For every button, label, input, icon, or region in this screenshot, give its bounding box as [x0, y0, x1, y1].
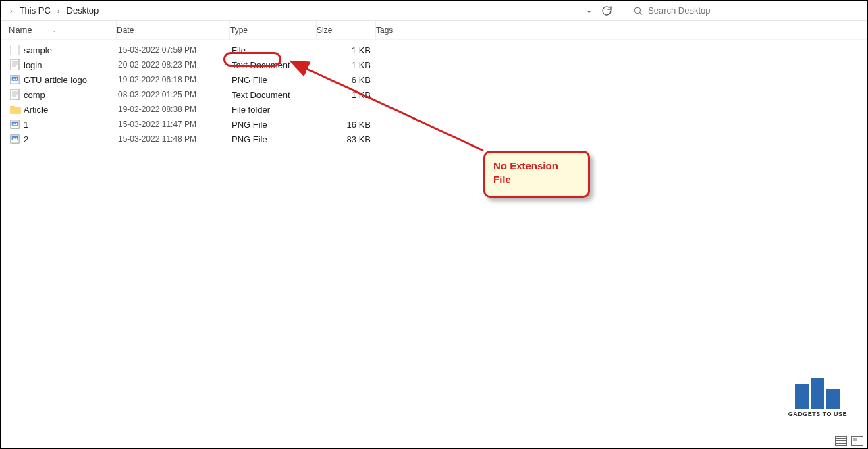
search-wrap — [622, 3, 865, 19]
breadcrumb[interactable]: › This PC › Desktop — [3, 4, 586, 17]
search-input[interactable] — [648, 5, 837, 16]
file-type: File — [232, 45, 318, 55]
address-bar-right: ⌄ — [586, 5, 622, 16]
file-type: File folder — [232, 105, 318, 115]
chevron-down-icon: ⌄ — [51, 27, 57, 34]
svg-rect-2 — [11, 45, 19, 55]
column-name-label: Name — [9, 25, 32, 35]
logo-blocks-icon — [788, 378, 847, 409]
svg-rect-3 — [11, 59, 19, 70]
file-name: 1 — [24, 120, 118, 130]
chevron-right-icon: › — [6, 7, 17, 15]
view-mode-toggle — [835, 436, 863, 446]
file-name: sample — [24, 45, 118, 55]
search-icon — [633, 6, 643, 16]
file-icon — [10, 45, 20, 55]
svg-line-1 — [640, 12, 642, 14]
file-size: 1 KB — [318, 90, 377, 100]
file-list: sample15-03-2022 07:59 PMFile1 KBlogin20… — [1, 40, 867, 147]
text-file-icon — [10, 59, 20, 70]
column-date[interactable]: Date — [117, 21, 230, 39]
view-thumbnails-icon[interactable] — [851, 436, 863, 446]
file-name: Article — [24, 105, 118, 115]
chevron-down-icon[interactable]: ⌄ — [586, 6, 592, 15]
image-file-icon — [10, 119, 20, 130]
folder-icon — [10, 105, 21, 114]
file-type: PNG File — [232, 120, 318, 130]
file-name: GTU article logo — [24, 75, 118, 85]
refresh-icon[interactable] — [601, 5, 612, 16]
file-type: PNG File — [232, 75, 318, 85]
list-item[interactable]: sample15-03-2022 07:59 PMFile1 KB — [1, 43, 867, 57]
column-tags[interactable]: Tags — [376, 21, 435, 39]
file-type: Text Document — [232, 60, 318, 70]
column-header-row: Name ⌄ Date Type Size Tags — [1, 21, 867, 40]
annotation-callout: No Extension File — [483, 151, 590, 198]
file-date: 08-03-2022 01:25 PM — [118, 90, 232, 99]
file-date: 19-02-2022 06:18 PM — [118, 75, 232, 84]
text-file-icon — [10, 89, 20, 100]
view-details-icon[interactable] — [835, 436, 847, 446]
list-item[interactable]: login20-02-2022 08:23 PMText Document1 K… — [1, 57, 867, 72]
file-size: 1 KB — [318, 60, 377, 70]
callout-line2: File — [493, 173, 580, 186]
column-name[interactable]: Name ⌄ — [9, 21, 117, 39]
list-item[interactable]: Article19-02-2022 08:38 PMFile folder — [1, 102, 867, 117]
file-name: login — [24, 60, 118, 70]
list-item[interactable]: comp08-03-2022 01:25 PMText Document1 KB — [1, 87, 867, 102]
callout-line1: No Extension — [493, 159, 580, 173]
list-item[interactable]: GTU article logo19-02-2022 06:18 PMPNG F… — [1, 72, 867, 87]
file-name: 2 — [24, 134, 118, 144]
file-size: 6 KB — [318, 75, 377, 85]
chevron-right-icon: › — [53, 7, 64, 15]
list-item[interactable]: 115-03-2022 11:47 PMPNG File16 KB — [1, 117, 867, 132]
gadgets-to-use-logo: GADGETS TO USE — [788, 378, 847, 417]
file-type: PNG File — [232, 134, 318, 144]
file-name: comp — [24, 90, 118, 100]
file-date: 15-03-2022 11:48 PM — [118, 134, 232, 144]
file-date: 20-02-2022 08:23 PM — [118, 60, 232, 70]
file-size: 16 KB — [318, 120, 377, 130]
breadcrumb-desktop[interactable]: Desktop — [64, 4, 102, 17]
svg-point-0 — [634, 7, 640, 13]
column-type[interactable]: Type — [230, 21, 317, 39]
file-date: 19-02-2022 08:38 PM — [118, 105, 232, 114]
list-item[interactable]: 215-03-2022 11:48 PMPNG File83 KB — [1, 132, 867, 147]
file-size: 83 KB — [318, 134, 377, 144]
column-size[interactable]: Size — [317, 21, 376, 39]
svg-rect-10 — [11, 89, 19, 100]
breadcrumb-this-pc[interactable]: This PC — [17, 4, 53, 17]
logo-text: GADGETS TO USE — [788, 411, 847, 417]
file-date: 15-03-2022 07:59 PM — [118, 45, 232, 55]
image-file-icon — [10, 134, 20, 144]
file-size: 1 KB — [318, 45, 377, 55]
image-file-icon — [10, 74, 20, 85]
file-type: Text Document — [232, 90, 318, 100]
address-bar: › This PC › Desktop ⌄ — [1, 1, 867, 21]
file-date: 15-03-2022 11:47 PM — [118, 120, 232, 129]
